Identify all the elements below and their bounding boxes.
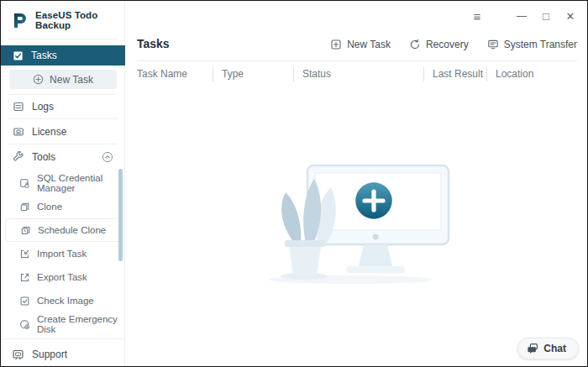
add-task-plus-button[interactable] <box>356 183 392 219</box>
sidebar-item-clone[interactable]: Clone <box>1 195 125 218</box>
new-task-icon <box>330 39 342 50</box>
sidebar-item-label: Create Emergency Disk <box>37 314 125 334</box>
divider <box>1 338 124 339</box>
sidebar-item-label: SQL Credential Manager <box>37 173 125 193</box>
sidebar-item-export-task[interactable]: Export Task <box>1 265 125 289</box>
sidebar-item-label: Schedule Clone <box>38 225 106 235</box>
action-label: Recovery <box>426 39 469 50</box>
page-title: Tasks <box>137 37 170 50</box>
app-logo: EaseUS Todo Backup <box>11 8 124 32</box>
plus-circle-icon <box>33 74 44 85</box>
system-transfer-action-button[interactable]: System Transfer <box>487 39 577 50</box>
sidebar-item-label: Logs <box>32 101 54 113</box>
divider <box>8 39 118 39</box>
sql-credential-icon <box>19 178 30 189</box>
column-header-location[interactable]: Location <box>486 67 587 81</box>
sidebar-item-label: Import Task <box>37 249 87 259</box>
system-transfer-icon <box>487 39 499 50</box>
sidebar-item-logs[interactable]: Logs <box>1 97 125 117</box>
export-task-icon <box>19 272 30 283</box>
column-header-last-result[interactable]: Last Result <box>423 67 486 81</box>
divider <box>8 144 118 144</box>
sidebar-item-create-emergency-disk[interactable]: Create Emergency Disk <box>1 312 125 336</box>
recovery-icon <box>409 39 421 50</box>
task-table-header: Task Name Type Status Last Result Locati… <box>125 61 587 87</box>
sidebar: EaseUS Todo Backup Tasks New Task <box>1 1 125 366</box>
sidebar-new-task-button[interactable]: New Task <box>9 70 117 89</box>
chat-button-label: Chat <box>543 343 566 354</box>
sidebar-item-import-task[interactable]: Import Task <box>1 242 125 265</box>
sidebar-scrollbar[interactable] <box>118 169 123 261</box>
tools-icon <box>13 151 24 163</box>
check-image-icon <box>19 296 30 307</box>
sidebar-item-schedule-clone[interactable]: Schedule Clone <box>5 218 121 242</box>
sidebar-item-tools[interactable]: Tools <box>1 147 125 167</box>
sidebar-item-label: Tools <box>32 151 55 163</box>
sidebar-item-label: Tasks <box>31 50 57 61</box>
sidebar-item-license[interactable]: License <box>1 122 125 142</box>
sidebar-item-label: License <box>32 126 66 138</box>
chevron-up-icon[interactable] <box>102 151 113 163</box>
app-title: EaseUS Todo Backup <box>35 10 124 30</box>
column-header-task-name[interactable]: Task Name <box>125 67 213 81</box>
recovery-action-button[interactable]: Recovery <box>409 39 469 50</box>
column-header-status[interactable]: Status <box>293 67 423 81</box>
support-icon <box>12 349 24 361</box>
toolbar-actions: New Task Recovery <box>330 39 577 50</box>
sidebar-item-label: Clone <box>37 202 62 212</box>
import-task-icon <box>19 249 30 260</box>
window-controls: ≡ — □ ✕ <box>470 8 577 24</box>
sidebar-item-support[interactable]: Support <box>1 343 125 365</box>
logs-icon <box>13 101 24 113</box>
new-task-button-label: New Task <box>50 74 93 86</box>
minimize-icon[interactable]: — <box>515 8 528 24</box>
sidebar-item-label: Support <box>32 349 67 360</box>
column-header-type[interactable]: Type <box>213 67 293 81</box>
new-task-action-button[interactable]: New Task <box>330 39 391 50</box>
menu-icon[interactable]: ≡ <box>470 8 484 24</box>
action-label: New Task <box>347 39 391 50</box>
chat-button[interactable]: Chat <box>517 338 579 359</box>
plant-graphic <box>281 179 336 280</box>
maximize-icon[interactable]: □ <box>539 8 553 24</box>
main-panel: ≡ — □ ✕ Tasks New Task <box>125 1 587 366</box>
emergency-disk-icon <box>19 319 30 330</box>
divider <box>8 118 118 119</box>
empty-state-illustration <box>125 160 587 288</box>
action-label: System Transfer <box>504 39 577 50</box>
clone-icon <box>19 202 30 212</box>
app-window: EaseUS Todo Backup Tasks New Task <box>0 0 588 367</box>
sidebar-item-label: Check Image <box>37 296 94 306</box>
sidebar-item-sql-credential-manager[interactable]: SQL Credential Manager <box>1 171 125 195</box>
sidebar-item-tasks[interactable]: Tasks <box>1 45 125 66</box>
sidebar-item-label: Export Task <box>37 272 87 282</box>
easeus-logo-icon <box>11 12 29 29</box>
schedule-clone-icon <box>20 225 31 236</box>
sidebar-item-check-image[interactable]: Check Image <box>1 289 125 312</box>
chat-icon <box>527 343 538 354</box>
license-icon <box>13 126 24 138</box>
divider <box>8 94 118 95</box>
tools-submenu: SQL Credential Manager Clone <box>1 171 125 336</box>
close-icon[interactable]: ✕ <box>564 8 577 24</box>
tasks-icon <box>13 50 24 61</box>
